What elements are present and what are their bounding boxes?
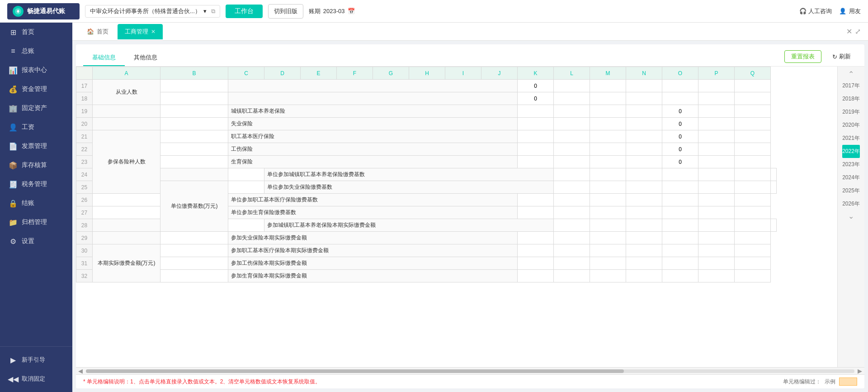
copy-icon[interactable]: ⧉ <box>211 8 215 15</box>
scroll-left-arrow[interactable]: ◀ <box>77 368 84 374</box>
cell-b-22[interactable] <box>160 143 228 156</box>
cell-k-31[interactable] <box>518 257 554 270</box>
cell-o-32[interactable] <box>662 270 698 282</box>
switch-old-button[interactable]: 切到旧版 <box>268 4 303 19</box>
year-item-2022年[interactable]: 2022年 <box>842 145 860 158</box>
cell-q-24[interactable] <box>771 168 777 181</box>
cell-k-32[interactable] <box>518 270 554 282</box>
cell-o-22[interactable]: 0 <box>662 143 698 156</box>
consult-button[interactable]: 🎧 人工咨询 <box>799 7 832 15</box>
cell-b-17[interactable] <box>160 80 228 92</box>
cell-a-19[interactable] <box>93 105 160 118</box>
cell-l-31[interactable] <box>554 257 590 270</box>
cell-n-30[interactable] <box>626 244 662 257</box>
cell-c-17[interactable] <box>228 80 518 92</box>
cell-q-18[interactable] <box>735 92 771 105</box>
cell-o-27[interactable] <box>662 206 698 219</box>
cell-a-17[interactable]: 从业人数 <box>93 80 160 105</box>
cell-p-21[interactable] <box>698 130 735 143</box>
cell-l-23[interactable] <box>554 156 590 168</box>
cell-p-25[interactable] <box>735 181 771 194</box>
cell-o-17[interactable] <box>662 80 698 92</box>
cell-k-30[interactable] <box>518 244 554 257</box>
cell-q-30[interactable] <box>735 244 771 257</box>
cell-k-28[interactable] <box>554 219 590 232</box>
cell-a-28[interactable] <box>93 219 160 232</box>
cell-n-32[interactable] <box>626 270 662 282</box>
year-item-2020年[interactable]: 2020年 <box>842 119 860 132</box>
cell-n-31[interactable] <box>626 257 662 270</box>
cell-o-19[interactable]: 0 <box>662 105 698 118</box>
cell-l-29[interactable] <box>554 232 590 244</box>
cell-q-22[interactable] <box>735 143 771 156</box>
cell-b-32[interactable] <box>160 270 228 282</box>
year-item-2025年[interactable]: 2025年 <box>842 184 860 197</box>
cell-p-17[interactable] <box>698 80 735 92</box>
refresh-button[interactable]: ↻ 刷新 <box>826 51 857 62</box>
cell-a-24[interactable] <box>160 168 228 181</box>
sidebar-item-assets[interactable]: 🏢固定资产 <box>0 99 72 118</box>
cell-o-26[interactable] <box>662 194 698 206</box>
cell-l-24[interactable] <box>590 168 626 181</box>
cell-b-18[interactable] <box>160 92 228 105</box>
cell-l-28[interactable] <box>590 219 626 232</box>
calendar-icon[interactable]: 📅 <box>348 8 355 14</box>
cell-n-21[interactable] <box>626 130 662 143</box>
sidebar-item-inventory[interactable]: 📦库存核算 <box>0 156 72 175</box>
cell-q-28[interactable] <box>771 219 777 232</box>
cell-l-18[interactable] <box>554 92 590 105</box>
horizontal-scrollbar[interactable]: ◀ ▶ <box>76 367 864 374</box>
cell-k-29[interactable] <box>518 232 554 244</box>
cell-m-23[interactable] <box>590 156 626 168</box>
cell-a-29[interactable] <box>93 232 160 244</box>
cell-q-25[interactable] <box>771 181 777 194</box>
cell-m-29[interactable] <box>590 232 626 244</box>
sub-tab-other[interactable]: 其他信息 <box>125 50 166 66</box>
sidebar-item-capital[interactable]: 💰资金管理 <box>0 80 72 99</box>
cell-n-23[interactable] <box>626 156 662 168</box>
cell-p-24[interactable] <box>735 168 771 181</box>
cell-l-32[interactable] <box>554 270 590 282</box>
cell-l-19[interactable] <box>554 105 590 118</box>
cell-l-22[interactable] <box>554 143 590 156</box>
cell-m-21[interactable] <box>590 130 626 143</box>
cell-b-21[interactable] <box>160 130 228 143</box>
company-selector[interactable]: 中审众环会计师事务所（特殊普通合伙...） ▾ ⧉ <box>85 5 220 18</box>
cell-n-22[interactable] <box>626 143 662 156</box>
sidebar-item-unpin[interactable]: ◀◀取消固定 <box>0 369 72 388</box>
cell-m-28[interactable] <box>626 219 662 232</box>
sidebar-item-newbie[interactable]: ▶新手引导 <box>0 350 72 369</box>
cell-m-25[interactable] <box>626 181 662 194</box>
cell-p-23[interactable] <box>698 156 735 168</box>
cell-k-25[interactable] <box>554 181 590 194</box>
cell-c-32[interactable]: 参加生育保险本期实际缴费金额 <box>228 270 518 282</box>
cell-a-30[interactable]: 本期实际缴费金额(万元) <box>93 244 160 282</box>
scroll-track[interactable] <box>86 369 854 373</box>
cell-c-23[interactable]: 生育保险 <box>228 156 518 168</box>
cell-o-23[interactable]: 0 <box>662 156 698 168</box>
cell-m-22[interactable] <box>590 143 626 156</box>
cell-o-31[interactable] <box>662 257 698 270</box>
cell-q-21[interactable] <box>735 130 771 143</box>
cell-l-17[interactable] <box>554 80 590 92</box>
sidebar-item-payroll[interactable]: 👤工资 <box>0 118 72 137</box>
cell-m-31[interactable] <box>590 257 626 270</box>
cell-c-26[interactable]: 单位参加职工基本医疗保险缴费基数 <box>228 194 518 206</box>
cell-o-24[interactable] <box>698 168 735 181</box>
cell-n-25[interactable] <box>662 181 698 194</box>
cell-q-29[interactable] <box>735 232 771 244</box>
cell-o-18[interactable] <box>662 92 698 105</box>
cell-l-26[interactable] <box>554 194 590 206</box>
cell-k-20[interactable] <box>518 118 554 130</box>
cell-a-21[interactable]: 参保各险种人数 <box>93 130 160 194</box>
cell-p-18[interactable] <box>698 92 735 105</box>
cell-n-17[interactable] <box>626 80 662 92</box>
cell-m-17[interactable] <box>590 80 626 92</box>
cell-c-31[interactable]: 参加工伤保险本期实际缴费金额 <box>228 257 518 270</box>
cell-m-18[interactable] <box>590 92 626 105</box>
year-scroll-down[interactable]: ⌄ <box>842 210 860 221</box>
cell-n-26[interactable] <box>626 194 662 206</box>
user-area[interactable]: 👤 用友 <box>839 7 861 15</box>
cell-p-28[interactable] <box>735 219 771 232</box>
expand-icon[interactable]: ⤢ <box>855 27 861 36</box>
